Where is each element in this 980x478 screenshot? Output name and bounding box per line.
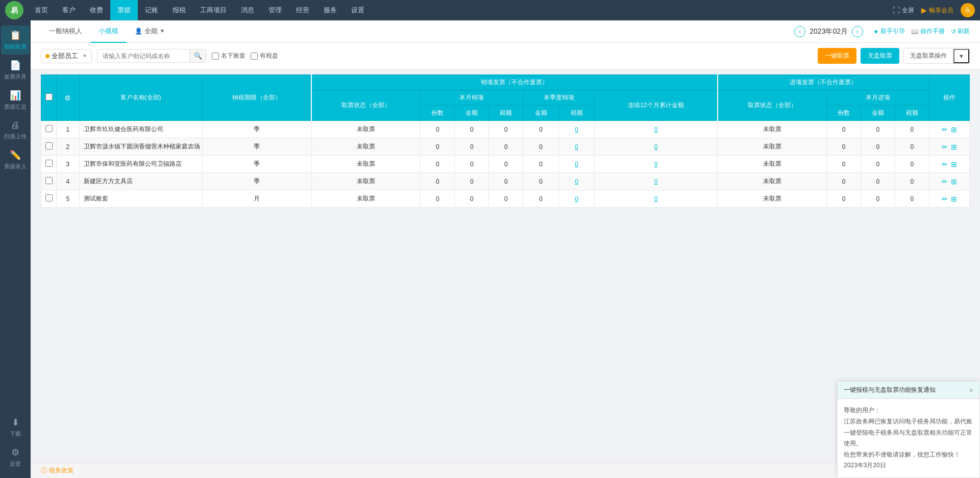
one-key-fetch-btn[interactable]: 一键取票 [818,48,856,64]
detail-icon[interactable]: ⊞ [951,143,957,151]
sidebar-item-settings[interactable]: ⚙ 设置 [1,443,30,472]
nav-business[interactable]: 经营 [289,0,316,20]
edit-icon[interactable]: ✏ [942,160,948,168]
sales-annual-link[interactable]: 0 [654,178,658,185]
notification-title: 一键报税与无盘取票功能恢复通知 [844,386,936,394]
new-guide-btn[interactable]: ★ 新手引导 [873,27,905,36]
ticket-summary-icon: 📊 [10,90,21,101]
detail-icon[interactable]: ⊞ [951,160,957,168]
detail-icon[interactable]: ⊞ [951,125,957,134]
account-checkbox[interactable] [212,53,219,60]
sidebar-item-ticket-summary[interactable]: 📊 票据汇总 [1,86,30,115]
th-operation: 操作 [929,75,969,121]
next-month-btn[interactable]: › [852,26,863,37]
sales-q-tax-link[interactable]: 0 [575,143,578,150]
nav-bookkeeping[interactable]: 记账 [138,0,165,20]
checkbox-account[interactable]: 名下账套 [212,52,246,60]
refresh-btn[interactable]: ↺ 刷新 [951,27,970,36]
sales-annual-link[interactable]: 0 [654,195,658,203]
edit-icon[interactable]: ✏ [942,178,948,186]
no-disk-fetch-btn[interactable]: 无盘取票 [861,48,899,64]
row-purchase-fetch-status: 未取票 [718,138,827,156]
sales-annual-link[interactable]: 0 [654,161,658,168]
nav-customer[interactable]: 客户 [55,0,83,20]
header-checkbox[interactable] [45,93,53,100]
taxdisk-checkbox[interactable] [251,53,258,60]
detail-icon[interactable]: ⊞ [951,178,957,186]
manual-btn[interactable]: 📖 操作手册 [911,27,945,36]
row-sales-fetch-status: 未取票 [311,190,421,208]
notification-close-btn[interactable]: × [969,386,973,394]
nav-right-actions: ⛶ 全屏 ▶ 畅享会员 头 [893,3,975,17]
page-top-actions: ★ 新手引导 📖 操作手册 ↺ 刷新 [873,27,970,36]
row-client-name: 测试账套 [79,190,202,208]
nav-manage[interactable]: 管理 [261,0,289,20]
sidebar-label-invoice-open: 发票开具 [4,73,27,81]
prev-month-btn[interactable]: ‹ [794,26,805,37]
sales-q-tax-link[interactable]: 0 [575,161,578,168]
nav-commerce[interactable]: 工商项目 [193,0,234,20]
sales-annual-link[interactable]: 0 [654,143,658,150]
sales-annual-link[interactable]: 0 [654,126,658,133]
vip-btn[interactable]: ▶ 畅享会员 [921,6,953,15]
row-purchase-tax: 0 [895,190,929,208]
search-input[interactable] [97,50,189,62]
row-checkbox[interactable] [45,177,53,184]
tab-general-taxpayer[interactable]: 一般纳税人 [41,20,90,43]
edit-icon[interactable]: ✏ [942,143,948,151]
svg-text:易: 易 [11,6,18,14]
sidebar-item-ticket-entry[interactable]: ✏️ 票据录入 [1,145,30,174]
sidebar-item-scan-upload[interactable]: 🖨 扫描上传 [1,116,30,144]
th-sales-quarterly: 本季度销项 [523,90,595,106]
nav-tax[interactable]: 报税 [165,0,193,20]
tab-small-scale[interactable]: 小规模 [90,20,127,43]
sales-q-tax-link[interactable]: 0 [575,126,578,133]
checkbox-taxdisk[interactable]: 有税盘 [251,52,278,60]
nav-fee[interactable]: 收费 [83,0,110,20]
nav-home[interactable]: 首页 [28,0,55,20]
detail-icon[interactable]: ⊞ [951,195,957,203]
fullscreen-btn[interactable]: ⛶ 全屏 [893,6,914,15]
table-settings-icon[interactable]: ⚙ [64,94,71,102]
scan-upload-icon: 🖨 [11,120,20,131]
row-purchase-fetch-status: 未取票 [718,173,827,190]
search-button[interactable]: 🔍 [189,49,206,62]
notification-greeting: 尊敬的用户： [844,405,973,416]
th-sales-group-label: 销项发票（不合作废票） [481,79,548,86]
row-checkbox[interactable] [45,160,53,167]
row-tax-period: 季 [202,138,311,156]
sales-q-tax-link[interactable]: 0 [575,195,578,203]
tab-omnipotent[interactable]: 👤 全能 ▼ [127,20,173,43]
tax-policy-link[interactable]: ⓘ 税务政策 [41,466,74,475]
notification-panel: 一键报税与无盘取票功能恢复通知 × 尊敬的用户： 江苏政务网已恢复访问电子税务局… [837,381,980,478]
no-side-fetch-arrow-btn[interactable]: ▼ [953,49,969,63]
row-num: 5 [57,190,80,208]
employee-select[interactable]: 全部员工 ▼ [41,49,92,63]
row-purchase-tax: 0 [895,121,929,138]
nav-service[interactable]: 服务 [316,0,344,20]
nav-settings[interactable]: 设置 [344,0,372,20]
sidebar-item-smart-ticket[interactable]: 📋 智能取票 [1,26,30,55]
row-checkbox-cell [41,173,57,190]
row-sales-q-tax: 0 [559,121,595,138]
no-side-fetch-main-btn[interactable]: 无盘取票操作 [904,48,953,63]
bottom-status-bar: ⓘ 税务政策 [31,463,837,478]
row-sales-shares: 0 [421,138,455,156]
nav-ticket[interactable]: 票据 [110,0,138,20]
nav-message[interactable]: 消息 [234,0,261,20]
row-operations: ✏ ⊞ [929,138,969,156]
edit-icon[interactable]: ✏ [942,195,948,203]
row-checkbox[interactable] [45,194,53,202]
row-sales-fetch-status: 未取票 [311,121,421,138]
row-sales-shares: 0 [421,156,455,173]
avatar[interactable]: 头 [961,3,975,17]
th-purchase-monthly-label: 本月进项 [866,94,890,101]
th-sales-quarterly-label: 本季度销项 [544,94,574,101]
row-checkbox[interactable] [45,142,53,149]
logo[interactable]: 易 [5,1,23,19]
edit-icon[interactable]: ✏ [942,125,948,134]
sales-q-tax-link[interactable]: 0 [575,178,578,185]
sidebar-item-invoice-open[interactable]: 📄 发票开具 [1,56,30,85]
row-checkbox[interactable] [45,125,53,132]
sidebar-item-download[interactable]: ⬇ 下载 [1,413,30,442]
